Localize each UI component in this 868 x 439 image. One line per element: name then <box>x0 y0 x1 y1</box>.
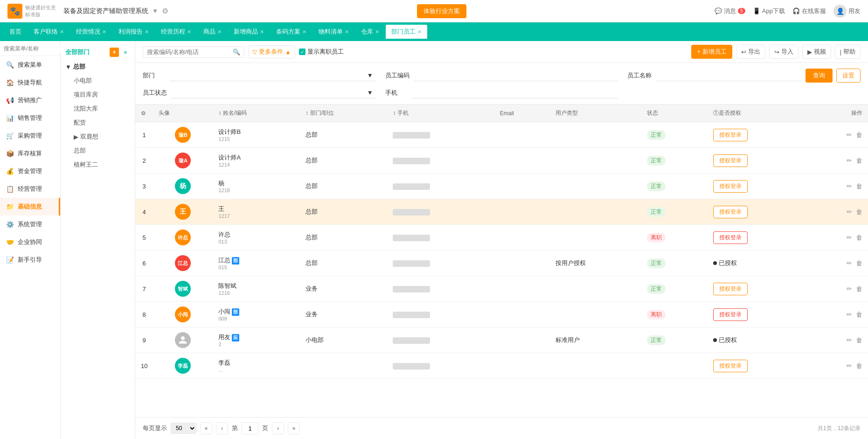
search-input[interactable] <box>147 49 231 56</box>
first-page-btn[interactable]: « <box>200 422 212 434</box>
employee-name-input[interactable] <box>655 70 802 81</box>
sidebar-item-bizmanage[interactable]: 📋 经营管理 <box>0 180 60 198</box>
per-page-select[interactable]: 50 20 100 <box>171 423 196 434</box>
dept-collapse-icon[interactable]: « <box>121 48 130 57</box>
row-num: 4 <box>135 199 153 225</box>
authorize-btn[interactable]: 授权登录 <box>713 308 748 321</box>
delete-icon[interactable]: 🗑 <box>856 131 862 139</box>
sidebar-item-guide[interactable]: 📝 新手引导 <box>0 251 60 269</box>
delete-icon[interactable]: 🗑 <box>856 259 862 267</box>
tab-add-goods[interactable]: 新增商品✕ <box>228 25 270 39</box>
import-btn[interactable]: ↪ 导入 <box>769 45 799 59</box>
search-btn[interactable]: 查询 <box>806 69 833 83</box>
tab-bom[interactable]: 物料清单✕ <box>313 25 354 39</box>
dept-item-shuangluxiang[interactable]: ▶ 双鹿想 <box>61 130 135 144</box>
sidebar-item-purchase[interactable]: 🛒 采购管理 <box>0 127 60 145</box>
edit-icon[interactable]: ✏ <box>847 259 852 267</box>
add-employee-btn[interactable]: + 新增员工 <box>691 45 732 59</box>
dept-item-zongbu[interactable]: 总部 <box>61 144 135 158</box>
online-service-btn[interactable]: 🎧 在线客服 <box>792 7 826 15</box>
sidebar-item-inventory[interactable]: 📦 库存核算 <box>0 145 60 162</box>
row-op: ✏🗑 <box>808 148 868 174</box>
user-btn[interactable]: 👤 用友 <box>833 5 861 18</box>
delete-icon[interactable]: 🗑 <box>856 234 862 241</box>
sidebar-item-search[interactable]: 🔍 搜索菜单 <box>0 56 60 74</box>
employee-code-input[interactable] <box>413 70 618 81</box>
edit-icon[interactable]: ✏ <box>847 336 852 344</box>
page-input[interactable] <box>242 422 258 434</box>
row-op: ✏🗑 <box>808 174 868 199</box>
edit-icon[interactable]: ✏ <box>847 362 852 369</box>
edit-icon[interactable]: ✏ <box>847 157 852 164</box>
more-filter-btn[interactable]: ▽ 更多条件 ▲ <box>248 45 295 58</box>
sidebar-item-baseinfo[interactable]: 📁 基础信息 <box>0 198 60 216</box>
delete-icon[interactable]: 🗑 <box>856 336 862 344</box>
col-settings[interactable]: ⚙ <box>135 105 153 122</box>
sidebar-item-sysmanage[interactable]: ⚙️ 系统管理 <box>0 216 60 233</box>
dept-item-hq[interactable]: ▼ 总部 <box>61 60 135 74</box>
sidebar-item-finance[interactable]: 💰 资金管理 <box>0 162 60 180</box>
row-op: ✏🗑 <box>808 353 868 379</box>
col-dept[interactable]: ↕ 部门/职位 <box>300 105 387 122</box>
last-page-btn[interactable]: » <box>288 422 300 434</box>
msg-btn[interactable]: 💬 消息 5 <box>715 7 745 15</box>
edit-icon[interactable]: ✏ <box>847 234 852 241</box>
dept-item-distribution[interactable]: 配货 <box>61 116 135 130</box>
edit-icon[interactable]: ✏ <box>847 131 852 139</box>
col-name[interactable]: ↕ 姓名/编码 <box>213 105 300 122</box>
dept-item-shenyang[interactable]: 沈阳大库 <box>61 102 135 116</box>
view-btn[interactable]: ▶ 视频 <box>802 45 831 59</box>
tab-warehouse[interactable]: 仓库✕ <box>355 25 385 39</box>
edit-icon[interactable]: ✏ <box>847 182 852 190</box>
delete-icon[interactable]: 🗑 <box>856 362 862 369</box>
edit-icon[interactable]: ✏ <box>847 311 852 318</box>
dept-item-xiaodiandept[interactable]: 小电部 <box>61 74 135 88</box>
tab-profit[interactable]: 利润报告✕ <box>113 25 154 39</box>
show-resigned-toggle[interactable]: ✓ 显示离职员工 <box>299 48 344 56</box>
dept-item-project[interactable]: 项目库房 <box>61 88 135 102</box>
dept-add-icon[interactable]: + <box>110 48 119 57</box>
phone-input[interactable] <box>412 87 618 98</box>
sidebar-item-sales[interactable]: 📊 销售管理 <box>0 109 60 127</box>
dept-item-zhishu[interactable]: 植树王二 <box>61 158 135 172</box>
authorize-btn[interactable]: 授权登录 <box>713 231 748 244</box>
sidebar-item-marketing[interactable]: 📢 营销推广 <box>0 91 60 109</box>
authorize-btn[interactable]: 授权登录 <box>713 283 748 295</box>
set-btn[interactable]: 设置 <box>836 69 861 83</box>
trial-btn[interactable]: 体验行业方案 <box>417 4 466 18</box>
tab-dept-staff[interactable]: 部门员工✕ <box>386 25 427 39</box>
tab-operation[interactable]: 经营情况✕ <box>70 25 112 39</box>
prev-page-btn[interactable]: ‹ <box>216 422 228 434</box>
tab-goods[interactable]: 商品✕ <box>198 25 227 39</box>
tab-home[interactable]: 首页 <box>4 25 27 39</box>
help-btn[interactable]: | 帮助 <box>835 45 861 59</box>
authorize-btn[interactable]: 授权登录 <box>713 360 748 372</box>
edit-icon[interactable]: ✏ <box>847 208 852 216</box>
app-download-btn[interactable]: 📱 App下载 <box>753 7 785 15</box>
export-btn[interactable]: ↩ 导出 <box>736 45 765 59</box>
sidebar-item-collab[interactable]: 🤝 企业协同 <box>0 233 60 251</box>
tab-barcode[interactable]: 条码方案✕ <box>271 25 312 39</box>
status-select[interactable]: ▼ <box>171 87 376 98</box>
authorize-btn[interactable]: 授权登录 <box>713 206 748 218</box>
delete-icon[interactable]: 🗑 <box>856 285 862 293</box>
row-auth: 授权登录 <box>708 148 808 174</box>
dropdown-arrow[interactable]: ▼ <box>152 7 158 14</box>
delete-icon[interactable]: 🗑 <box>856 182 862 190</box>
col-phone[interactable]: ↕ 手机 <box>387 105 494 122</box>
sidebar-item-quicknav[interactable]: 🏠 快捷导航 <box>0 74 60 91</box>
settings-btn[interactable]: ⚙ <box>162 7 168 15</box>
delete-icon[interactable]: 🗑 <box>856 208 862 216</box>
filter-form: 部门 ▼ 员工编码 员工名称 查询 设置 <box>135 63 868 105</box>
row-usertype <box>550 276 641 302</box>
edit-icon[interactable]: ✏ <box>847 285 852 293</box>
authorize-btn[interactable]: 授权登录 <box>713 154 748 167</box>
dept-select[interactable]: ▼ <box>170 70 376 81</box>
authorize-btn[interactable]: 授权登录 <box>713 180 748 193</box>
tab-journey[interactable]: 经营历程✕ <box>155 25 197 39</box>
next-page-btn[interactable]: › <box>272 422 284 434</box>
authorize-btn[interactable]: 授权登录 <box>713 129 748 141</box>
delete-icon[interactable]: 🗑 <box>856 157 862 164</box>
delete-icon[interactable]: 🗑 <box>856 311 862 318</box>
tab-customer[interactable]: 客户联络✕ <box>28 25 69 39</box>
